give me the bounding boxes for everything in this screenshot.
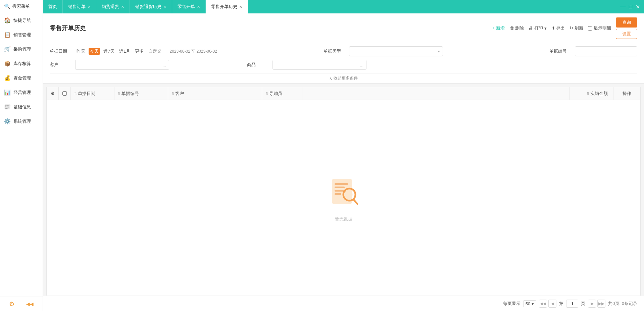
delete-button[interactable]: 🗑 删除 — [510, 25, 524, 31]
sidebar-item-label: 快捷导航 — [13, 17, 31, 23]
th-op-label: 操作 — [623, 91, 631, 97]
date-shortcut-7days[interactable]: 近7天 — [102, 48, 116, 55]
customer-input[interactable]: ... — [75, 60, 169, 70]
operations-icon: 📊 — [4, 89, 11, 96]
sidebar-item-sales-mgmt[interactable]: 📋 销售管理 — [0, 28, 43, 42]
sidebar-item-label: 资金管理 — [13, 75, 31, 81]
window-maximize-icon[interactable]: □ — [629, 4, 632, 10]
display-detail-checkbox-wrap[interactable]: 显示明细 — [588, 25, 611, 31]
sidebar-item-label: 采购管理 — [13, 46, 31, 52]
collapse-filter-btn[interactable]: ∧ 收起更多条件 — [50, 73, 637, 83]
th-customer-label: 客户 — [175, 91, 184, 97]
collapse-sidebar-icon[interactable]: ◀◀ — [26, 301, 34, 307]
topbar: 首页 销售订单 ✕ 销货退货 ✕ 销货退货历史 ✕ 零售开单 ✕ 零售开单历史 … — [43, 0, 644, 13]
sidebar-bottom: ⚙ ◀◀ — [0, 297, 43, 311]
sidebar-item-basic-info[interactable]: 📰 基础信息 — [0, 100, 43, 114]
th-billno[interactable]: ⇅ 单据编号 — [114, 87, 168, 100]
sidebar-item-operations[interactable]: 📊 经营管理 — [0, 85, 43, 100]
sidebar-item-label: 系统管理 — [13, 118, 31, 124]
doc-type-label: 单据类型 — [324, 48, 344, 54]
tab-retail-open-history-label: 零售开单历史 — [211, 4, 237, 10]
setting-button[interactable]: 设置 — [616, 29, 637, 39]
th-guide[interactable]: ⇅ 导购员 — [262, 87, 302, 100]
per-page-chevron: ▾ — [532, 301, 534, 306]
sidebar-search-label: 搜索采单 — [12, 3, 30, 9]
th-customer[interactable]: ⇅ 客户 — [168, 87, 262, 100]
select-all-checkbox[interactable] — [62, 91, 67, 96]
empty-state: 暂无数据 — [47, 100, 640, 296]
empty-text: 暂无数据 — [335, 216, 352, 222]
next-page-btn[interactable]: ▶ — [588, 300, 596, 308]
tab-sales-return-close[interactable]: ✕ — [121, 5, 124, 9]
export-button[interactable]: ⬆ 导出 — [551, 25, 565, 31]
per-page-select[interactable]: 50 ▾ — [523, 300, 536, 307]
home-icon: 🏠 — [4, 17, 11, 23]
toolbar: + 新增 🗑 删除 🖨 打印 ▾ ⬆ 导出 ↻ 刷新 显示明细 查询 设置 — [492, 17, 637, 39]
tab-sales-order-close[interactable]: ✕ — [88, 5, 91, 9]
goods-label: 商品 — [247, 62, 267, 68]
query-button[interactable]: 查询 — [616, 17, 637, 28]
svg-rect-2 — [335, 187, 345, 188]
first-page-btn[interactable]: ◀◀ — [539, 300, 547, 308]
date-shortcut-custom[interactable]: 自定义 — [147, 48, 163, 55]
tab-retail-open[interactable]: 零售开单 ✕ — [172, 0, 206, 13]
sidebar-item-inventory[interactable]: 📦 库存核算 — [0, 56, 43, 71]
page-input[interactable] — [566, 300, 578, 308]
tab-retail-open-history-close[interactable]: ✕ — [239, 5, 242, 9]
display-detail-label: 显示明细 — [594, 25, 611, 31]
tab-sales-return-history-close[interactable]: ✕ — [163, 5, 166, 9]
refresh-button[interactable]: ↻ 刷新 — [569, 25, 583, 31]
doc-type-select[interactable]: ▾ — [349, 46, 443, 56]
th-amount[interactable]: ⇅ 实销金额 — [570, 87, 613, 100]
page-label: 第 — [559, 301, 563, 307]
settings-col-icon: ⚙ — [51, 91, 55, 96]
sidebar-item-quick-nav[interactable]: 🏠 快捷导航 — [0, 13, 43, 28]
page-title-row: 零售开单历史 + 新增 🗑 删除 🖨 打印 ▾ ⬆ 导出 ↻ 刷新 显示明细 — [50, 17, 637, 39]
tab-retail-open-history[interactable]: 零售开单历史 ✕ — [206, 0, 248, 13]
inventory-icon: 📦 — [4, 60, 11, 67]
sidebar-item-sys-mgmt[interactable]: ⚙️ 系统管理 — [0, 114, 43, 128]
sidebar-item-finance[interactable]: 💰 资金管理 — [0, 71, 43, 85]
goods-input[interactable]: ... — [273, 60, 366, 70]
svg-line-6 — [353, 199, 357, 204]
collapse-icon: ∧ — [329, 76, 332, 81]
tab-home[interactable]: 首页 — [43, 0, 63, 13]
sort-icon-amount: ⇅ — [587, 92, 589, 95]
settings-icon[interactable]: ⚙ — [9, 300, 14, 308]
filter-section: 单据日期 昨天 今天 近7天 近1月 更多 自定义 2023-06-02 至 2… — [50, 43, 637, 83]
tab-sales-return[interactable]: 销货退货 ✕ — [96, 0, 130, 13]
display-detail-checkbox[interactable] — [588, 26, 592, 31]
date-shortcut-yesterday[interactable]: 昨天 — [75, 48, 87, 55]
collapse-label: 收起更多条件 — [334, 75, 358, 81]
svg-point-7 — [346, 191, 353, 198]
th-date-label: 单据日期 — [78, 91, 95, 97]
window-minimize-icon[interactable]: — — [620, 4, 626, 10]
print-button[interactable]: 🖨 打印 ▾ — [529, 25, 547, 31]
tab-retail-open-close[interactable]: ✕ — [197, 5, 200, 9]
window-close-icon[interactable]: ✕ — [636, 4, 640, 10]
th-checkbox[interactable] — [59, 87, 71, 100]
date-shortcut-more[interactable]: 更多 — [134, 48, 145, 55]
customer-label: 客户 — [50, 62, 70, 68]
sort-icon-billno: ⇅ — [118, 92, 120, 95]
th-date[interactable]: ⇅ 单据日期 — [71, 87, 114, 100]
sidebar-item-purchase-mgmt[interactable]: 🛒 采购管理 — [0, 42, 43, 56]
tab-retail-open-label: 零售开单 — [178, 4, 195, 10]
tab-sales-order[interactable]: 销售订单 ✕ — [63, 0, 96, 13]
last-page-btn[interactable]: ▶▶ — [597, 300, 605, 308]
goods-ellipsis: ... — [360, 62, 363, 67]
sidebar-item-label: 经营管理 — [13, 90, 31, 96]
date-shortcut-1month[interactable]: 近1月 — [118, 48, 132, 55]
th-guide-label: 导购员 — [269, 91, 282, 97]
chevron-down-icon: ▾ — [438, 49, 440, 54]
query-setting-btns: 查询 设置 — [616, 17, 637, 39]
add-button[interactable]: + 新增 — [492, 25, 505, 31]
tab-sales-return-history[interactable]: 销货退货历史 ✕ — [130, 0, 172, 13]
sidebar-search[interactable]: 🔍 搜索采单 — [0, 0, 43, 13]
tab-sales-return-history-label: 销货退货历史 — [135, 4, 161, 10]
prev-page-btn[interactable]: ◀ — [548, 300, 556, 308]
th-settings[interactable]: ⚙ — [47, 87, 59, 100]
date-shortcut-today[interactable]: 今天 — [89, 48, 100, 55]
doc-no-input[interactable] — [575, 46, 637, 56]
svg-rect-1 — [335, 183, 348, 185]
